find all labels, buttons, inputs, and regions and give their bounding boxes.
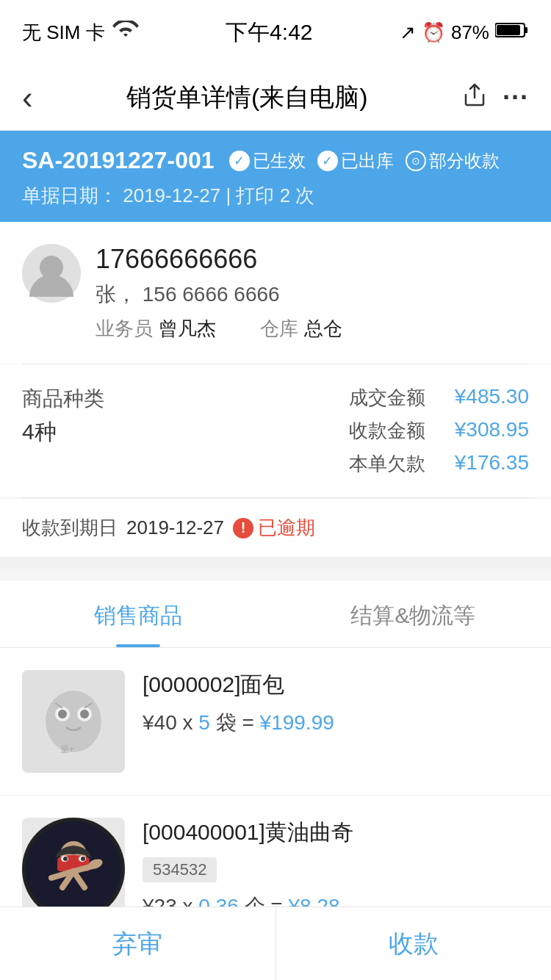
bottom-bar: 弃审 收款: [0, 907, 551, 980]
bread-x: x: [183, 711, 199, 734]
svg-point-19: [63, 857, 68, 861]
svg-rect-1: [525, 27, 527, 33]
customer-name-text: 张，: [96, 283, 137, 306]
collect-payment-label: 收款: [389, 927, 439, 961]
customer-phone-row: 张， 156 6666 6666: [96, 281, 529, 309]
status-left: 无 SIM 卡: [22, 20, 139, 46]
debt-value: ¥176.35: [455, 451, 529, 477]
status-time: 下午4:42: [226, 18, 312, 48]
nav-left[interactable]: ‹: [22, 79, 33, 116]
back-button[interactable]: ‹: [22, 79, 33, 116]
status-badge-partial: ⊙ 部分收款: [406, 149, 500, 173]
status-badges: ✓ 已生效 ✓ 已出库 ⊙ 部分收款: [229, 149, 500, 173]
overdue-section: 收款到期日 2019-12-27 ! 已逾期: [0, 498, 551, 557]
svg-text:量+: 量+: [60, 744, 74, 754]
section-divider: [0, 557, 551, 569]
tab-settlement[interactable]: 结算&物流等: [276, 580, 551, 647]
avatar: [22, 244, 81, 303]
status-badge-shipped: ✓ 已出库: [317, 149, 394, 173]
order-id: SA-20191227-001: [22, 147, 215, 174]
product-name-cookies: [000400001]黄油曲奇: [143, 818, 529, 848]
cancel-audit-label: 弃审: [112, 927, 162, 961]
customer-phone-text: 156 6666 6666: [143, 283, 280, 306]
overdue-badge: ! 已逾期: [233, 515, 315, 541]
carrier-text: 无 SIM 卡: [22, 20, 105, 46]
svg-point-9: [58, 710, 67, 718]
page-title: 销货单详情(来自电脑): [126, 81, 368, 115]
product-details-cookies: [000400001]黄油曲奇 534532 ¥23 x 0.36 个 = ¥8…: [143, 818, 529, 920]
status-bar: 无 SIM 卡 下午4:42 ↗ ⏰ 87%: [0, 0, 551, 65]
product-list: 量+ [0000002]面包 ¥40 x 5 袋 = ¥199.99: [0, 648, 551, 943]
amount-value: ¥485.30: [455, 385, 529, 411]
product-sku-cookies: 534532: [143, 857, 217, 882]
overdue-dot-icon: !: [233, 518, 253, 538]
order-date-value: 2019-12-27: [123, 184, 220, 206]
warehouse-item: 仓库 总仓: [260, 316, 342, 342]
nav-bar: ‹ 销货单详情(来自电脑) ···: [0, 65, 551, 131]
overdue-label: 收款到期日: [22, 515, 118, 541]
tabs-section: 销售商品 结算&物流等: [0, 580, 551, 648]
order-header: SA-20191227-001 ✓ 已生效 ✓ 已出库 ⊙ 部分收款 单据日期：…: [0, 131, 551, 222]
customer-account-id: 17666666666: [96, 244, 529, 275]
tab-sales-products-label: 销售商品: [94, 603, 182, 627]
battery-icon: [495, 21, 529, 44]
nav-right[interactable]: ···: [461, 82, 529, 113]
location-icon: ↗: [400, 21, 416, 44]
product-image-cookies: diamond whale: [22, 818, 125, 920]
tab-settlement-label: 结算&物流等: [350, 603, 475, 627]
received-value: ¥308.95: [455, 418, 529, 444]
customer-section: 17666666666 张， 156 6666 6666 业务员 曾凡杰 仓库 …: [0, 222, 551, 364]
check-icon-2: ✓: [317, 151, 338, 171]
salesman-label: 业务员: [96, 316, 153, 342]
more-icon[interactable]: ···: [503, 82, 529, 113]
product-price-bread: ¥40 x 5 袋 = ¥199.99: [143, 709, 529, 737]
bread-total: ¥199.99: [260, 711, 334, 734]
status-active-text: 已生效: [253, 149, 306, 173]
collect-payment-button[interactable]: 收款: [276, 907, 552, 980]
svg-point-20: [81, 857, 85, 861]
order-date-row: 单据日期： 2019-12-27 | 打印 2 次: [22, 183, 529, 209]
alarm-icon: ⏰: [422, 21, 445, 44]
cancel-audit-button[interactable]: 弃审: [0, 907, 276, 980]
amount-label: 成交金额: [349, 385, 425, 411]
stats-section: 商品种类 4种 成交金额 ¥485.30 收款金额 ¥308.95 本单欠款 ¥…: [0, 364, 551, 497]
received-row: 收款金额 ¥308.95: [349, 418, 529, 444]
check-icon: ✓: [229, 151, 250, 171]
product-types-label: 商品种类: [22, 385, 104, 413]
bread-qty: 5: [198, 711, 210, 734]
bread-price: ¥40: [143, 711, 177, 734]
product-name-bread: [0000002]面包: [143, 670, 529, 700]
print-label: | 打印: [226, 184, 274, 206]
clock-icon: ⊙: [406, 151, 426, 171]
status-badge-active: ✓ 已生效: [229, 149, 306, 173]
status-shipped-text: 已出库: [341, 149, 394, 173]
tab-sales-products[interactable]: 销售商品: [0, 580, 276, 647]
product-item-bread: 量+ [0000002]面包 ¥40 x 5 袋 = ¥199.99: [0, 648, 551, 796]
salesman-item: 业务员 曾凡杰: [96, 316, 216, 342]
product-image-bread: 量+: [22, 670, 125, 773]
share-icon[interactable]: [461, 82, 488, 113]
order-date-label: 单据日期：: [22, 184, 118, 206]
stats-left: 商品种类 4种: [22, 385, 104, 447]
salesman-value: 曾凡杰: [159, 316, 216, 342]
wifi-icon: [112, 21, 139, 45]
debt-row: 本单欠款 ¥176.35: [349, 451, 529, 477]
amount-row: 成交金额 ¥485.30: [349, 385, 529, 411]
customer-meta: 业务员 曾凡杰 仓库 总仓: [96, 316, 529, 342]
overdue-date: 2019-12-27: [126, 516, 224, 539]
status-right: ↗ ⏰ 87%: [400, 21, 529, 44]
print-count: 2: [280, 184, 290, 206]
customer-info: 17666666666 张， 156 6666 6666 业务员 曾凡杰 仓库 …: [96, 244, 529, 342]
tabs: 销售商品 结算&物流等: [0, 580, 551, 648]
svg-point-6: [46, 691, 101, 752]
bread-eq: =: [242, 711, 259, 734]
stats-right: 成交金额 ¥485.30 收款金额 ¥308.95 本单欠款 ¥176.35: [349, 385, 529, 477]
battery-text: 87%: [451, 21, 489, 44]
overdue-status-text: 已逾期: [258, 515, 315, 541]
received-label: 收款金额: [349, 418, 425, 444]
warehouse-value: 总仓: [304, 316, 342, 342]
product-types-value: 4种: [22, 417, 104, 447]
debt-label: 本单欠款: [349, 451, 425, 477]
bread-unit: 袋: [216, 711, 237, 734]
product-details-bread: [0000002]面包 ¥40 x 5 袋 = ¥199.99: [143, 670, 529, 773]
